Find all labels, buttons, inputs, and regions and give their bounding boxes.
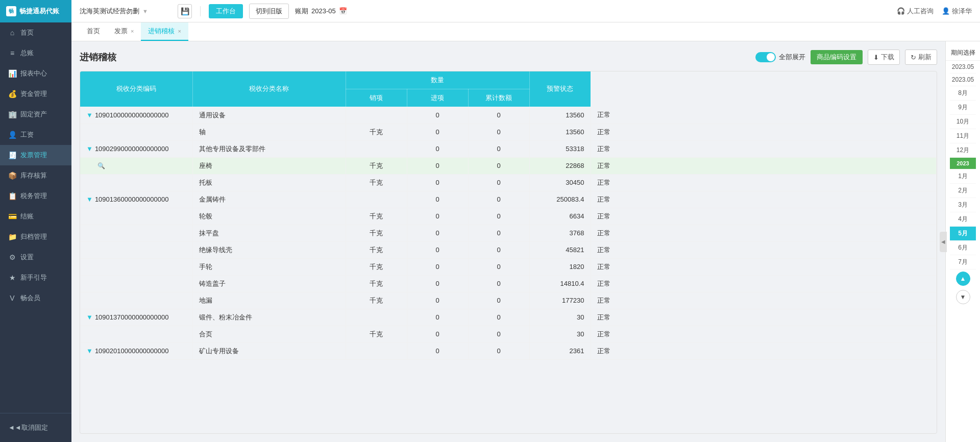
tax-name-cell: 手轮 [192,258,346,275]
col-qty-group: 数量 [346,71,529,89]
app-logo: 畅 畅捷通易代账 [0,0,71,22]
tax-name-cell: 其他专用设备及零部件 [192,140,346,157]
tax-code-cell [80,174,192,191]
workbench-button[interactable]: 工作台 [209,4,243,18]
save-button[interactable]: 💾 [178,4,192,18]
product-code-button[interactable]: 商品编码设置 [811,50,863,64]
sidebar-item-salary[interactable]: 👤 工资 [0,125,71,145]
calendar-icon[interactable]: 📅 [339,7,347,15]
tax-name-cell: 金属铸件 [192,191,346,208]
period-list: 2023.052023.058月9月10月11月12月20231月2月3月4月5… [950,61,976,269]
period-item[interactable]: 11月 [950,129,976,143]
search-icon[interactable]: 🔍 [97,162,105,169]
purchase-cell: 0 [468,174,529,191]
total-cell: 30450 [529,174,591,191]
tree-expand-icon[interactable]: ▼ [86,313,93,321]
sidebar-item-label: 税务管理 [20,191,47,201]
period-item[interactable]: 9月 [950,101,976,115]
tree-expand-icon[interactable]: ▼ [86,195,93,203]
period-up-button[interactable]: ▲ [956,272,970,286]
tax-name-cell: 轴 [192,124,346,140]
purchase-cell: 0 [468,275,529,292]
period-item[interactable]: 2023 [950,158,976,169]
sidebar-item-assets[interactable]: 🏢 固定资产 [0,104,71,125]
tab-home[interactable]: 首页 [80,22,107,41]
period-item[interactable]: 6月 [950,241,976,255]
sidebar-item-settings[interactable]: ⚙ 设置 [0,247,71,267]
sale-cell: 0 [407,174,468,191]
user-icon: 👤 [942,7,950,15]
tax-name-cell: 通用设备 [192,107,346,124]
period-item[interactable]: 4月 [950,212,976,227]
table-row: 抹平盘千克003768正常 [80,225,937,241]
table-row: ▼10902990000000000000其他专用设备及零部件0053318正常 [80,140,937,157]
status-cell: 正常 [591,174,937,191]
period-item[interactable]: 8月 [950,86,976,101]
total-cell: 14810.4 [529,275,591,292]
sidebar-item-inventory[interactable]: 📦 库存核算 [0,165,71,186]
company-name: 沈海英测试经营勿删 [80,7,139,16]
refresh-label: 刷新 [918,53,932,62]
period-item[interactable]: 10月 [950,115,976,129]
sidebar-item-ledger[interactable]: ≡ 总账 [0,43,71,63]
sidebar-item-funds[interactable]: 💰 资金管理 [0,84,71,104]
period-item[interactable]: 7月 [950,255,976,269]
tax-code-cell [80,275,192,292]
sidebar-item-reports[interactable]: 📊 报表中心 [0,63,71,84]
funds-icon: 💰 [8,90,16,98]
total-cell: 1820 [529,258,591,275]
expand-all-toggle[interactable]: 全部展开 [755,52,805,62]
period-display: 账期 2023-05 📅 [295,7,347,16]
unit-cell: 千克 [346,124,407,140]
tab-reconcile[interactable]: 进销稽核 × [141,22,188,41]
tree-expand-icon[interactable]: ▼ [86,347,93,355]
headset-icon: 🎧 [897,7,905,15]
sidebar-item-label: 固定资产 [20,110,47,119]
table-row: 地漏千克00177230正常 [80,292,937,309]
unit-cell [346,309,407,326]
sidebar-item-home[interactable]: ⌂ 首页 [0,22,71,43]
period-item[interactable]: 2023.05 [950,73,976,86]
table-row: ▼10901000000000000000通用设备0013560正常 [80,107,937,124]
tab-invoice-close[interactable]: × [131,28,134,34]
service-button[interactable]: 🎧 人工咨询 [897,7,934,16]
assets-icon: 🏢 [8,110,16,118]
sidebar-item-tax[interactable]: 📋 税务管理 [0,186,71,206]
status-cell: 正常 [591,107,937,124]
page-title: 进销稽核 [80,51,116,63]
tab-invoice[interactable]: 发票 × [107,22,141,41]
period-item[interactable]: 3月 [950,198,976,212]
chevron-down-icon: ▼ [142,8,148,14]
sidebar-item-invoice[interactable]: 🧾 发票管理 [0,145,71,165]
refresh-button[interactable]: ↻ 刷新 [905,50,937,65]
company-selector[interactable]: 沈海英测试经营勿删 ▼ [80,7,172,16]
panel-toggle-button[interactable]: ◀ [940,232,947,252]
period-item[interactable]: 2月 [950,184,976,198]
tree-expand-icon[interactable]: ▼ [86,111,93,119]
table-row: ▼10902010000000000000矿山专用设备002361正常 [80,342,937,359]
user-profile[interactable]: 👤 徐泽华 [942,7,972,16]
status-cell: 正常 [591,292,937,309]
download-button[interactable]: ⬇ 下载 [868,50,900,65]
tab-reconcile-close[interactable]: × [178,28,181,34]
sale-cell: 0 [407,107,468,124]
period-item[interactable]: 2023.05 [950,61,976,73]
tax-name-cell: 合页 [192,326,346,342]
total-cell: 250083.4 [529,191,591,208]
sidebar-item-guide[interactable]: ★ 新手引导 [0,267,71,288]
period-item[interactable]: 12月 [950,143,976,158]
sidebar-item-vip[interactable]: V 畅会员 [0,288,71,308]
period-item[interactable]: 1月 [950,169,976,184]
unpin-button[interactable]: ◄◄取消固定 [0,418,71,438]
tree-expand-icon[interactable]: ▼ [86,145,93,153]
table-row: 轮毂千克006634正常 [80,208,937,225]
toggle-switch[interactable] [755,52,776,62]
period-down-button[interactable]: ▼ [956,290,970,304]
status-cell: 正常 [591,241,937,258]
sidebar-item-archive[interactable]: 📁 归档管理 [0,227,71,247]
tax-code-cell [80,124,192,140]
sidebar-item-settlement[interactable]: 💳 结账 [0,206,71,227]
unit-cell: 千克 [346,326,407,342]
period-item[interactable]: 5月 [950,227,976,241]
old-version-button[interactable]: 切到旧版 [249,4,289,19]
